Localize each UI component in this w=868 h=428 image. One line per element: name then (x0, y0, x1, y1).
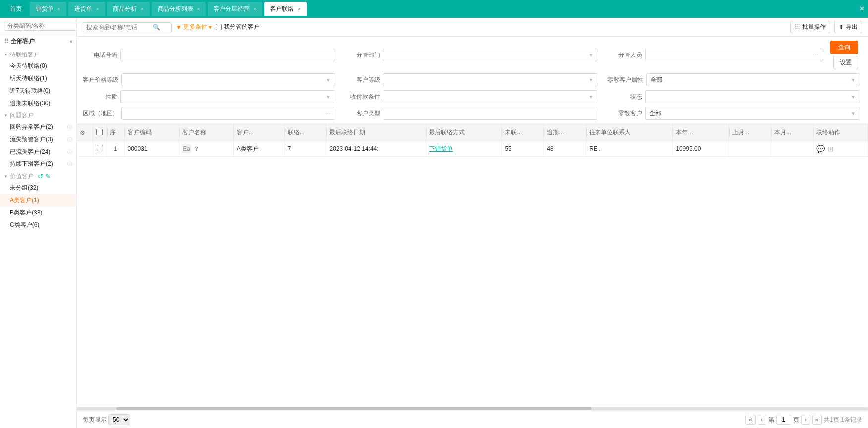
collapse-icon[interactable]: « (69, 39, 72, 44)
adv-filter-scatter-attr: 零散客户属性 全部 ▼ (607, 73, 860, 86)
customer-level-select[interactable]: ▼ (383, 73, 598, 86)
col-thismonth: 本月... (771, 124, 813, 141)
export-label: 导出 (846, 23, 858, 31)
adv-filter-customer-level: 客户等级 ▼ (345, 73, 598, 86)
sidebar-item-declining[interactable]: 持续下滑客户(2) ⓘ (0, 158, 76, 170)
dept-select[interactable]: ▼ (383, 49, 598, 61)
sidebar-search-area: 🔍 (0, 18, 76, 34)
nature-select[interactable]: ▼ (120, 90, 335, 103)
type-value: A类客户 (237, 145, 259, 152)
payment-select[interactable]: ▼ (383, 90, 598, 103)
nav-tab-goods-list[interactable]: 商品分析列表 × (152, 2, 206, 16)
scrollbar-thumb[interactable] (116, 407, 591, 410)
sidebar-item-ungrouped[interactable]: 未分组(32) (0, 182, 76, 194)
sidebar-group-pending-label[interactable]: ▼ 待联络客户 (0, 49, 76, 60)
sidebar-item-today[interactable]: 今天待联络(0) (0, 60, 76, 72)
page-next-button[interactable]: › (801, 415, 810, 425)
action-message-icon[interactable]: 💬 (816, 145, 825, 153)
sidebar-group-problem-label[interactable]: ▼ 问题客户 (0, 109, 76, 121)
gear-icon[interactable]: ⚙ (80, 129, 85, 136)
query-button[interactable]: 查询 (830, 41, 858, 54)
scatter-attr-select[interactable]: 全部 ▼ (646, 73, 860, 86)
edit-icon[interactable]: ✎ (45, 173, 51, 180)
goods-analysis-tab-label: 商品分析 (113, 5, 137, 13)
page-size-select[interactable]: 50 (108, 414, 130, 425)
sidebar-item-lost[interactable]: 已流失客户(24) ⓘ (0, 146, 76, 158)
nav-tab-purchase[interactable]: 进货单 × (68, 2, 105, 16)
page-last-button[interactable]: » (812, 415, 822, 425)
scatter-attr-arrow-icon: ▼ (851, 77, 856, 83)
adv-filter-payment: 收付款条件 ▼ (345, 90, 598, 103)
price-level-select[interactable]: ▼ (121, 73, 335, 86)
col-code-label: 客户编码 (128, 129, 152, 136)
phone-input[interactable] (120, 49, 335, 61)
horizontal-scrollbar[interactable] (77, 407, 868, 411)
page-prev-button[interactable]: ‹ (758, 415, 766, 425)
nav-tab-customer-layer[interactable]: 客户分层经营 × (208, 2, 262, 16)
nav-tab-goods-analysis[interactable]: 商品分析 × (107, 2, 150, 16)
filter-search-icon[interactable]: 🔍 (153, 24, 160, 31)
sidebar-item-overdue[interactable]: 逾期未联络(30) (0, 97, 76, 109)
nav-tab-sales[interactable]: 销货单 × (30, 2, 66, 16)
goods-analysis-tab-close[interactable]: × (141, 6, 144, 12)
page-first-button[interactable]: « (745, 415, 756, 425)
scatter-label: 零散客户 (607, 109, 642, 118)
row-checkbox[interactable] (97, 145, 103, 151)
sidebar-item-tomorrow[interactable]: 明天待联络(1) (0, 72, 76, 85)
my-customers-checkbox[interactable] (216, 24, 222, 30)
table-row: 1 000031 Ea ？ (77, 141, 868, 157)
batch-op-button[interactable]: ☰ 批量操作 (790, 21, 830, 33)
lastmethod-link[interactable]: 下销货单 (429, 145, 453, 152)
select-all-checkbox[interactable] (96, 129, 103, 135)
dept-arrow-icon: ▼ (588, 53, 593, 58)
sidebar-item-7days[interactable]: 近7天待联络(0) (0, 85, 76, 97)
row-code: 000031 (124, 141, 179, 157)
sidebar-item-b-class[interactable]: B类客户(33) (0, 207, 76, 219)
sidebar-item-loss-warning[interactable]: 流失预警客户(3) ⓘ (0, 133, 76, 146)
sidebar-group-value-label[interactable]: ▼ 价值客户 ↺ ✎ (0, 170, 76, 182)
col-lastmonth: 上月... (729, 124, 771, 141)
sales-tab-close[interactable]: × (57, 6, 60, 12)
contact-value: 7 (288, 145, 291, 152)
export-button[interactable]: ⬆ 导出 (834, 21, 862, 33)
close-all-button[interactable]: × (860, 4, 864, 13)
region-input[interactable]: ··· (121, 107, 335, 120)
b-class-label: B类客户(33) (10, 209, 72, 217)
col-lastmethod-label: 最后联络方式 (429, 129, 465, 136)
col-contactperson-label: 往来单位联系人 (589, 129, 631, 136)
scatter-select[interactable]: 全部 ▼ (645, 107, 860, 120)
current-page-input[interactable] (776, 415, 791, 425)
goods-list-tab-close[interactable]: × (197, 6, 200, 12)
filter-more-button[interactable]: ▼ 更多条件 ▾ (176, 23, 212, 31)
refresh-icon[interactable]: ↺ (38, 173, 43, 180)
setup-button[interactable]: 设置 (833, 56, 858, 69)
declining-label: 持续下滑客户(2) (10, 160, 67, 168)
sidebar-item-repurchase-abnormal[interactable]: 回购异常客户(2) ⓘ (0, 121, 76, 133)
status-select[interactable]: ▼ (645, 90, 860, 103)
region-dots-icon: ··· (325, 110, 331, 117)
customer-layer-tab-close[interactable]: × (253, 6, 256, 12)
filter-search-input[interactable] (86, 24, 151, 31)
col-contact-label: 联络... (288, 129, 305, 136)
customer-contact-tab-close[interactable]: × (298, 6, 301, 12)
nav-tab-customer-contact[interactable]: 客户联络 × (264, 2, 307, 16)
phone-label: 电话号码 (83, 51, 117, 59)
action-link-icon[interactable]: ⊞ (828, 145, 834, 153)
customer-type-input[interactable] (383, 107, 598, 120)
customer-table: ⚙ 序 客户编码 (77, 124, 868, 157)
sidebar-item-c-class[interactable]: C类客户(6) (0, 219, 76, 231)
nav-tab-home[interactable]: 首页 (4, 2, 28, 16)
all-customers-label: 全部客户 (11, 37, 35, 46)
bottom-bar: 每页显示 50 « ‹ 第 页 › » 共1页 1条记录 (77, 411, 868, 428)
page-size-label: 每页显示 (83, 416, 107, 424)
my-customers-checkbox-label[interactable]: 我分管的客户 (216, 23, 260, 31)
region-label: 区域（地区） (83, 109, 118, 118)
sidebar-all-customers[interactable]: ⠿ 全部客户 « (0, 34, 76, 49)
payment-arrow-icon: ▼ (588, 94, 593, 100)
person-input[interactable]: ··· (645, 49, 823, 61)
adv-filter-nature: 性质 ▼ (83, 90, 335, 103)
sidebar-search-input[interactable] (4, 21, 77, 31)
purchase-tab-close[interactable]: × (96, 6, 99, 12)
sidebar-item-a-class[interactable]: A类客户(1) (0, 194, 76, 207)
filter-bar: 🔍 ▼ 更多条件 ▾ 我分管的客户 ☰ 批量操作 (77, 18, 868, 37)
